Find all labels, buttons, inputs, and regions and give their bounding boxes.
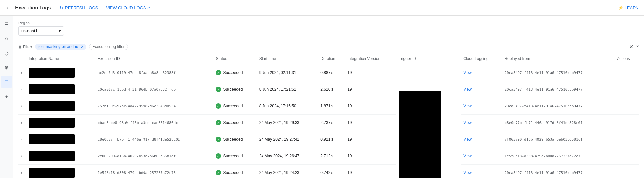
actions-cell: ⋮ [614, 81, 639, 98]
region-section: Region us-east1 ▾ [18, 21, 639, 36]
actions-cell: ⋮ [614, 131, 639, 148]
region-select[interactable]: us-east1 ▾ [18, 26, 64, 36]
region-label: Region [18, 21, 639, 25]
sidebar-icon-plus[interactable]: ⊕ [1, 62, 12, 73]
view-log-link[interactable]: View [463, 170, 472, 175]
col-replayed-from: Replayed from [502, 53, 614, 64]
cloud-logging-cell: View [461, 115, 502, 131]
integration-name-redacted [29, 134, 75, 144]
sidebar-icon-diamond[interactable]: ◇ [1, 47, 12, 59]
expand-cell[interactable]: › [18, 148, 26, 165]
expand-cell[interactable]: › [18, 64, 26, 81]
table-row: › cbac3dce8-98a9-f46b-a3cd-cae3614686dc … [18, 115, 639, 131]
integration-name-redacted [29, 101, 75, 111]
duration-cell: 0.887 s [318, 64, 345, 81]
row-more-actions-button[interactable]: ⋮ [617, 102, 625, 110]
view-cloud-logs-label: VIEW CLOUD LOGS [106, 5, 146, 10]
version-cell: 19 [345, 98, 396, 115]
expand-cell[interactable]: › [18, 131, 26, 148]
duration-cell: 2.737 s [318, 115, 345, 131]
cloud-logging-cell: View [461, 131, 502, 148]
table-row: › 2f065790-d16b-4029-b53a-b6b03b6581df ✓… [18, 148, 639, 165]
expand-icon[interactable]: › [21, 171, 22, 175]
start-time-cell: 24 May 2024, 19:29:33 [257, 115, 318, 131]
expand-cell[interactable]: › [18, 165, 26, 178]
actions-cell: ⋮ [614, 64, 639, 81]
integration-name-cell [26, 81, 95, 98]
expand-icon[interactable]: › [21, 88, 22, 91]
expand-icon[interactable]: › [21, 138, 22, 141]
refresh-logs-label: REFRESH LOGS [65, 5, 98, 10]
sidebar-icon-grid[interactable]: ⊞ [1, 90, 12, 102]
integration-name-redacted [29, 151, 75, 161]
help-icon[interactable]: ? [636, 44, 639, 50]
expand-icon[interactable]: › [21, 154, 22, 158]
filter-chip-integration[interactable]: test-masking-pii-and-ru × [35, 44, 86, 50]
status-cell: ✓ Succeeded [213, 131, 256, 148]
sidebar-icon-circle[interactable]: ○ [1, 33, 12, 44]
execution-id-cell: c0ca017c-1cbd-4f31-96db-07a07c32ffdb [95, 81, 213, 98]
refresh-icon: ↻ [60, 5, 63, 10]
cloud-logging-cell: View [461, 98, 502, 115]
view-log-link[interactable]: View [463, 70, 472, 75]
layout: ☰ ○ ◇ ⊕ ◻ ⊞ ⋯ Region us-east1 ▾ ⧖ Filter… [0, 16, 644, 178]
expand-cell[interactable]: › [18, 98, 26, 115]
expand-icon[interactable]: › [21, 121, 22, 125]
start-time-cell: 8 Jun 2024, 17:16:50 [257, 98, 318, 115]
expand-cell[interactable]: › [18, 81, 26, 98]
filter-chip-execution-log[interactable]: Execution log filter [89, 44, 128, 50]
view-log-link[interactable]: View [463, 137, 472, 142]
sidebar-icon-menu[interactable]: ☰ [1, 18, 12, 30]
version-cell: 19 [345, 165, 396, 178]
learn-button[interactable]: ⚡ LEARN [618, 5, 639, 10]
replayed-from-cell: 1e5f8b18-d308-479a-bd0a-257237a72c75 [502, 148, 614, 165]
filter-chip1-close[interactable]: × [81, 44, 84, 49]
row-more-actions-button[interactable]: ⋮ [617, 69, 625, 77]
duration-cell: 0.742 s [318, 165, 345, 178]
replayed-from-cell: 7f065790-d16b-4029-b53a-beb03b6581cf [502, 131, 614, 148]
status-success-icon: ✓ [216, 120, 221, 125]
version-cell: 19 [345, 148, 396, 165]
view-cloud-logs-button[interactable]: VIEW CLOUD LOGS ↗ [106, 5, 150, 10]
execution-id-cell: 2f065790-d16b-4029-b53a-b6b03b6581df [95, 148, 213, 165]
learn-label: LEARN [625, 5, 639, 10]
col-cloud-logging: Cloud Logging [461, 53, 502, 64]
row-more-actions-button[interactable]: ⋮ [617, 119, 625, 127]
row-more-actions-button[interactable]: ⋮ [617, 85, 625, 93]
col-actions: Actions [614, 53, 639, 64]
expand-cell[interactable]: › [18, 115, 26, 131]
row-more-actions-button[interactable]: ⋮ [617, 152, 625, 160]
sidebar-icon-square[interactable]: ◻ [1, 76, 12, 88]
view-log-link[interactable]: View [463, 87, 472, 92]
view-log-link[interactable]: View [463, 120, 472, 125]
row-more-actions-button[interactable]: ⋮ [617, 169, 625, 177]
actions-cell: ⋮ [614, 98, 639, 115]
integration-name-cell [26, 165, 95, 178]
status-success-icon: ✓ [216, 87, 221, 92]
expand-icon[interactable]: › [21, 71, 22, 75]
expand-icon[interactable]: › [21, 104, 22, 108]
integration-name-cell [26, 98, 95, 115]
filter-icon: ⧖ [18, 44, 22, 50]
integration-name-cell [26, 131, 95, 148]
row-more-actions-button[interactable]: ⋮ [617, 135, 625, 143]
version-cell: 19 [345, 131, 396, 148]
view-log-link[interactable]: View [463, 104, 472, 108]
status-success-icon: ✓ [216, 153, 221, 159]
integration-name-redacted [29, 84, 75, 94]
table-row: › ac2ea0d3-0119-47ed-8faa-a8a8dc62388f ✓… [18, 64, 639, 81]
close-filter-button[interactable]: ✕ [629, 44, 633, 50]
sidebar-icon-more[interactable]: ⋯ [1, 105, 12, 116]
version-cell: 19 [345, 115, 396, 131]
execution-id-cell: c8e0d77-fb7b-f1-446a-917-d8f41de528c01 [95, 131, 213, 148]
status-success-icon: ✓ [216, 103, 221, 109]
view-log-link[interactable]: View [463, 154, 472, 158]
back-arrow-icon: ← [5, 4, 11, 11]
start-time-cell: 8 Jun 2024, 17:21:51 [257, 81, 318, 98]
status-success-icon: ✓ [216, 70, 221, 75]
back-button[interactable]: ← [5, 4, 11, 11]
filter-chip2-text: Execution log filter [93, 44, 125, 49]
refresh-logs-button[interactable]: ↻ REFRESH LOGS [60, 5, 98, 10]
status-cell: ✓ Succeeded [213, 98, 256, 115]
integration-name-redacted [29, 68, 75, 78]
